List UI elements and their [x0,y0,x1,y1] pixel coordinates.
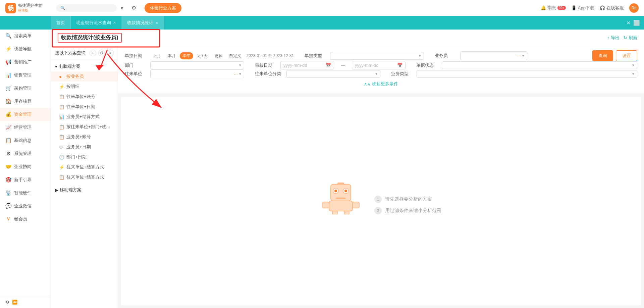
bell-icon: 🔔 [541,5,546,10]
date-tab-last-month[interactable]: 上月 [150,52,164,59]
settings-gear-icon[interactable]: ⚙ [128,3,139,13]
scheme-group-pc-title[interactable]: ▾ 电脑端方案 [51,61,118,71]
export-icon: ↑ [607,35,610,40]
svg-point-3 [334,190,337,192]
empty-steps: 1 请先选择要分析的方案 2 用过滤条件来缩小分析范围 [374,196,441,214]
date-tab-more[interactable]: 更多 [212,52,225,59]
partner-settle2-icon: 📋 [59,175,64,180]
messages-item[interactable]: 🔔 消息 99+ [541,5,566,11]
sidebar-item-corp[interactable]: 🤝 企业协同 [0,160,51,173]
empty-step-1: 1 请先选择要分析的方案 [374,196,432,203]
sales-label: 销售管理 [14,72,32,78]
partner-date-icon: 📋 [59,104,64,109]
doc-type-select[interactable]: ▾ [330,52,424,60]
tab-cashflow[interactable]: 现金银行流水查询 ✕ [71,16,122,30]
scheme-item-by-salesperson[interactable]: ● 按业务员 [51,71,118,82]
sidebar-item-member[interactable]: V 畅会员 [0,213,51,226]
logo-subtitle: 畅捷通好生意 [18,3,42,8]
purchase-icon: 🛒 [5,85,11,91]
scheme-item-dept-date[interactable]: 🕐 部门+日期 [51,152,118,162]
tab-home[interactable]: 首页 [51,16,71,30]
sidebar-item-operations[interactable]: 📈 经营管理 [0,121,51,134]
sales-account-icon: 📋 [59,135,64,140]
system-icon: ⚙ [5,151,11,157]
review-date-end-input[interactable]: yyyy-mm-dd 📅 [352,61,406,69]
search-icon: 🔍 [60,6,65,10]
scheme-add-btn[interactable]: + [90,50,96,56]
sidebar-item-finance[interactable]: 💰 资金管理 [0,108,51,121]
scheme-item-partner-dept[interactable]: 📋 按往来单位+部门+收... [51,122,118,132]
query-button[interactable]: 查询 [592,50,613,61]
scheme-item-sales-account[interactable]: 📋 业务员+账号 [51,132,118,142]
trial-button[interactable]: 体验行业方案 [145,3,181,13]
scheme-item-sales-settlement-label: 业务员+结算方式 [66,114,100,120]
tab-collection[interactable]: 收款情况统计 ✕ [122,16,164,30]
app-download-item[interactable]: 📱 App下载 [571,5,594,11]
salesperson-select[interactable]: ··· ▾ [460,51,527,60]
corp-label: 企业协同 [14,164,32,170]
sidebar-item-system[interactable]: ⚙ 系统管理 [0,147,51,160]
main-body: 按以下方案查询 + ⚙ « ▾ 电脑端方案 [51,46,644,308]
sidebar-item-search-menu[interactable]: 🔍 搜索菜单 [0,30,51,43]
review-date-start-input[interactable]: yyyy-mm-dd 📅 [280,61,334,69]
sidebar-item-marketing[interactable]: 📢 营销推广 [0,56,51,69]
cashflow-tab-close[interactable]: ✕ [113,21,116,25]
corp-wechat-label: 企业微信 [14,203,32,209]
scheme-item-partner-account[interactable]: 📋 往来单位+账号 [51,92,118,102]
partner-more-icon[interactable]: ··· [234,71,238,76]
sidebar-item-smart-hw[interactable]: 📡 智能硬件 [0,187,51,200]
date-tab-custom[interactable]: 自定义 [226,52,244,59]
doc-status-select[interactable]: ▾ [442,61,637,69]
date-tab-7days[interactable]: 近7天 [195,52,210,59]
scheme-item-sales-date[interactable]: ⚙ 业务员+日期 [51,142,118,152]
scheme-item-sales-settlement[interactable]: 📊 业务员+结算方式 [51,112,118,122]
dept-select[interactable]: ▾ [150,61,244,69]
sidebar-item-purchase[interactable]: 🛒 采购管理 [0,82,51,95]
date-tab-this-year[interactable]: 本年 [180,52,193,59]
partner-type-select[interactable]: ▾ [286,70,380,78]
scheme-header-title: 按以下方案查询 [55,50,86,56]
sidebar-item-guide[interactable]: 🎯 新手引导 [0,173,51,187]
collapse-more-btn[interactable]: ∧∧ 收起更多条件 [125,81,637,87]
tab-expand-icon[interactable]: ⬜ [633,20,640,26]
marketing-label: 营销推广 [14,59,32,65]
dept-date-icon: 🕐 [59,155,64,160]
nav-dropdown-btn[interactable]: ▾ [121,5,123,11]
scheme-group-mobile-title[interactable]: ▶ 移动端方案 [51,185,118,195]
partner-select[interactable]: ··· ▾ [150,69,244,78]
collection-tab-close[interactable]: ✕ [155,21,158,25]
scheme-item-detail[interactable]: ⚡ 按明细 [51,82,118,92]
user-avatar[interactable]: Rit [629,3,639,13]
biz-type-select[interactable]: ▾ [417,70,637,78]
nav-search-bar[interactable]: 🔍 [56,4,117,12]
top-header: 畅 畅捷通好生意 标准版 🔍 ▾ ⚙ 体验行业方案 🔔 消息 99+ 📱 App… [0,0,644,16]
svg-rect-11 [337,183,344,185]
sidebar-settings-icon[interactable]: ⚙ [5,300,9,305]
sidebar-item-warehouse[interactable]: 🏠 库存核算 [0,95,51,108]
sidebar-item-corp-wechat[interactable]: 💬 企业微信 [0,200,51,213]
scheme-item-sales-date-label: 业务员+日期 [66,144,91,150]
scheme-collapse-btn[interactable]: « [107,50,114,56]
tab-minimize-icon[interactable]: ✕ [626,20,631,26]
logo-area: 畅 畅捷通好生意 标准版 [5,3,56,13]
step-2-text: 用过滤条件来缩小分析范围 [385,208,441,214]
refresh-button[interactable]: ↻ 刷新 [624,35,637,41]
sidebar-item-sales[interactable]: 📊 销售管理 [0,69,51,82]
scheme-settings-btn[interactable]: ⚙ [98,50,105,56]
scheme-item-partner-date[interactable]: 📋 往来单位+日期 [51,102,118,112]
basic-info-icon: 📋 [5,138,11,144]
sidebar-item-basic-info[interactable]: 📋 基础信息 [0,134,51,147]
date-tab-this-month[interactable]: 本月 [165,52,178,59]
export-button[interactable]: ↑ 导出 [607,35,620,41]
set-button[interactable]: 设置 [616,50,637,61]
scheme-item-partner-settle1[interactable]: ⚡ 往来单位+结算方式 [51,162,118,172]
online-service-item[interactable]: 🎧 在线客服 [600,5,624,11]
sidebar-collapse-icon[interactable]: ⏪ [12,300,17,305]
scheme-item-partner-settle2[interactable]: 📋 往来单位+结算方式 [51,172,118,182]
scheme-item-partner-account-label: 往来单位+账号 [66,94,95,100]
sidebar-item-quick-nav[interactable]: ⚡ 快捷导航 [0,43,51,56]
warehouse-icon: 🏠 [5,98,11,104]
header-right: 🔔 消息 99+ 📱 App下载 🎧 在线客服 Rit [541,3,639,13]
salesperson-more-icon[interactable]: ··· [517,53,521,58]
empty-state-area: 1 请先选择要分析的方案 2 用过滤条件来缩小分析范围 [121,97,641,305]
